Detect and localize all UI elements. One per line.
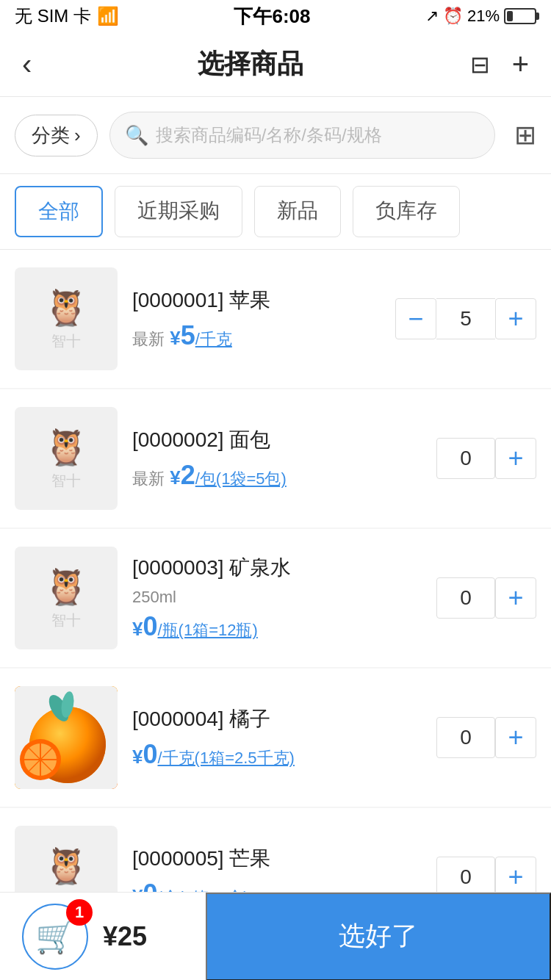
product-image: 🦉 智十 — [15, 267, 118, 370]
product-title: 橘子 — [229, 707, 270, 730]
product-title: 面包 — [229, 428, 270, 451]
bottom-bar: 🛒 1 ¥25 选好了 — [0, 892, 551, 980]
increase-button[interactable]: + — [495, 577, 536, 619]
cart-total: ¥25 — [103, 921, 147, 952]
product-price: ¥0/瓶(1箱=12瓶) — [132, 611, 422, 642]
price-unit: /千克(1箱=2.5千克) — [158, 749, 295, 767]
product-name: [0000005] 芒果 — [132, 845, 422, 873]
quantity-control: + — [436, 577, 536, 619]
price-currency: ¥ — [170, 466, 180, 489]
product-image: 🦉 智十 — [15, 407, 118, 510]
product-name: [0000003] 矿泉水 — [132, 554, 422, 582]
status-right: ↗ ⏰ 21% — [425, 7, 536, 26]
product-price: ¥0/千克(1箱=2.5千克) — [132, 739, 422, 770]
price-unit: /千克 — [195, 330, 232, 348]
product-id: [0000001] — [132, 289, 224, 311]
price-currency: ¥ — [170, 327, 180, 349]
increase-button[interactable]: + — [495, 298, 536, 339]
tab-bar: 全部 近期采购 新品 负库存 — [0, 174, 551, 250]
price-unit: /包(1袋=5包) — [195, 469, 287, 488]
tab-new[interactable]: 新品 — [254, 186, 341, 237]
product-id: [0000002] — [132, 428, 224, 451]
page-title: 选择商品 — [198, 46, 303, 82]
location-icon: ↗ — [425, 7, 439, 26]
product-name: [0000004] 橘子 — [132, 705, 422, 733]
product-info: [0000004] 橘子 ¥0/千克(1箱=2.5千克) — [132, 705, 422, 770]
placeholder-text: 智十 — [51, 610, 81, 630]
increase-button[interactable]: + — [495, 717, 536, 758]
category-chevron-icon: › — [74, 124, 81, 147]
product-title: 芒果 — [229, 847, 270, 870]
product-info: [0000003] 矿泉水 250ml ¥0/瓶(1箱=12瓶) — [132, 554, 422, 642]
back-button[interactable]: ‹ — [22, 48, 32, 81]
price-value: 2 — [181, 460, 195, 490]
product-image: 🦉 智十 — [15, 547, 118, 649]
price-currency: ¥ — [132, 618, 143, 640]
cart-button[interactable]: 🛒 1 — [22, 904, 88, 970]
quantity-control: + — [436, 717, 536, 758]
product-title: 矿泉水 — [229, 556, 291, 579]
price-currency: ¥ — [132, 746, 143, 768]
alarm-icon: ⏰ — [443, 7, 463, 26]
category-button[interactable]: 分类 › — [15, 115, 98, 156]
product-info: [0000001] 苹果 最新 ¥5/千克 — [132, 287, 381, 351]
search-icon: 🔍 — [125, 124, 148, 147]
product-name: [0000001] 苹果 — [132, 287, 381, 314]
nav-bar: ‹ 选择商品 ⊟ + — [0, 32, 551, 97]
placeholder-text: 智十 — [51, 331, 81, 351]
placeholder-icon: 🦉 — [44, 566, 88, 608]
carrier-text: 无 SIM 卡 — [15, 4, 91, 28]
quantity-input[interactable] — [436, 717, 495, 758]
price-unit: /瓶(1箱=12瓶) — [158, 621, 258, 639]
status-bar: 无 SIM 卡 📶 下午6:08 ↗ ⏰ 21% — [0, 0, 551, 32]
filter-button[interactable]: ⊟ — [470, 51, 490, 79]
list-item: 🦉 智十 [0000002] 面包 最新 ¥2/包(1袋=5包) + — [0, 389, 551, 527]
increase-button[interactable]: + — [495, 438, 536, 479]
product-image — [15, 686, 118, 789]
cart-icon: 🛒 — [35, 918, 76, 956]
battery-text: 21% — [467, 7, 500, 26]
price-value: 0 — [143, 611, 157, 641]
cart-badge: 1 — [66, 899, 93, 926]
search-placeholder: 搜索商品编码/名称/条码/规格 — [156, 123, 382, 147]
placeholder-icon: 🦉 — [44, 846, 88, 887]
status-carrier: 无 SIM 卡 📶 — [15, 4, 119, 28]
tab-negative[interactable]: 负库存 — [353, 186, 460, 237]
list-item: 🦉 智十 [0000001] 苹果 最新 ¥5/千克 − + — [0, 250, 551, 388]
filter-bar: 分类 › 🔍 搜索商品编码/名称/条码/规格 ⊞ — [0, 97, 551, 174]
tab-all[interactable]: 全部 — [15, 186, 103, 237]
product-id: [0000004] — [132, 707, 224, 730]
category-label: 分类 — [32, 123, 70, 148]
product-price: 最新 ¥2/包(1袋=5包) — [132, 460, 422, 491]
price-label: 最新 — [132, 469, 165, 488]
product-price: 最新 ¥5/千克 — [132, 320, 381, 351]
quantity-input[interactable] — [436, 438, 495, 479]
product-id: [0000003] — [132, 556, 224, 579]
nav-actions: ⊟ + — [470, 48, 529, 81]
list-item: 🦉 智十 [0000003] 矿泉水 250ml ¥0/瓶(1箱=12瓶) + — [0, 529, 551, 667]
product-list: 🦉 智十 [0000001] 苹果 最新 ¥5/千克 − + 🦉 智十 — [0, 250, 551, 980]
decrease-button[interactable]: − — [395, 298, 436, 339]
price-value: 5 — [181, 320, 195, 350]
price-value: 0 — [143, 739, 157, 769]
confirm-button[interactable]: 选好了 — [206, 893, 551, 981]
placeholder-icon: 🦉 — [44, 427, 88, 468]
add-button[interactable]: + — [512, 48, 529, 81]
product-name: [0000002] 面包 — [132, 426, 422, 454]
product-info: [0000002] 面包 最新 ¥2/包(1袋=5包) — [132, 426, 422, 491]
tab-recent[interactable]: 近期采购 — [115, 186, 242, 237]
product-title: 苹果 — [229, 289, 270, 311]
placeholder-text: 智十 — [51, 471, 81, 491]
quantity-input[interactable] — [436, 298, 495, 339]
placeholder-icon: 🦉 — [44, 287, 88, 328]
quantity-control: − + — [395, 298, 536, 339]
scan-button[interactable]: ⊞ — [514, 120, 536, 151]
search-box[interactable]: 🔍 搜索商品编码/名称/条码/规格 — [109, 112, 495, 159]
status-time: 下午6:08 — [234, 4, 310, 29]
price-label: 最新 — [132, 330, 165, 348]
product-spec: 250ml — [132, 588, 422, 607]
cart-area: 🛒 1 ¥25 — [0, 904, 206, 970]
battery-icon — [504, 8, 536, 24]
wifi-icon: 📶 — [97, 6, 119, 26]
quantity-input[interactable] — [436, 577, 495, 619]
